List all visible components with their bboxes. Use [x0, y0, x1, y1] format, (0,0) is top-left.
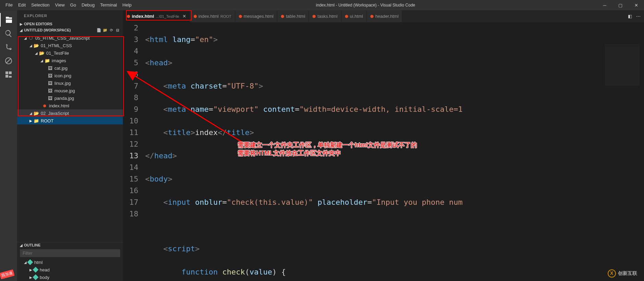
explorer-icon[interactable] — [0, 13, 17, 27]
tree-folder-label: ROOT — [41, 118, 54, 123]
menu-debug[interactable]: Debug — [79, 0, 97, 10]
chevron-right-icon: ▶ — [20, 22, 23, 26]
tab-path: ...\01_TestFile — [156, 14, 179, 18]
more-icon[interactable]: ⋯ — [636, 14, 641, 19]
outline-filter-input[interactable] — [20, 249, 120, 257]
outline-item-html[interactable]: ◢html — [17, 258, 123, 266]
tree-file[interactable]: 🖼panda.jpg — [17, 94, 123, 102]
watermark-icon — [608, 269, 616, 278]
tree-folder-htmlcss[interactable]: ◢📂01_HTML_CSS — [17, 42, 123, 49]
refresh-icon[interactable]: ⟳ — [109, 27, 114, 33]
html5-icon: ⬢ — [312, 14, 316, 19]
html5-icon: ⬢ — [239, 14, 242, 19]
open-editors-label: OPEN EDITORS — [24, 22, 120, 26]
tab-path: ROOT — [220, 14, 231, 18]
source-control-icon[interactable] — [0, 40, 17, 54]
code-content[interactable]: <html lang="en"> <head> <meta charset="U… — [145, 22, 644, 281]
tree-folder-root[interactable]: ▶📁ROOT — [17, 117, 123, 124]
tab-label: table.html — [286, 14, 305, 19]
file-tree: ◢05_HTML_CSS_JavaScript ◢📂01_HTML_CSS ◢📂… — [17, 34, 123, 125]
open-editors-header[interactable]: ▶ OPEN EDITORS — [17, 21, 123, 27]
menu-bar: File Edit Selection View Go Debug Termin… — [0, 0, 134, 10]
outline-filter — [20, 249, 120, 257]
search-icon[interactable] — [0, 27, 17, 40]
outline-item-label: head — [40, 267, 50, 272]
chevron-down-icon: ◢ — [20, 243, 23, 247]
outline-header[interactable]: ◢ OUTLINE — [17, 242, 123, 248]
tree-file-label: mouse.jpg — [54, 88, 75, 93]
tab-messages[interactable]: ⬢messages.html — [235, 10, 277, 22]
tree-root-label: 05_HTML_CSS_JavaScript — [35, 36, 90, 41]
maximize-button[interactable]: ▢ — [613, 0, 628, 10]
sidebar-title: EXPLORER — [17, 10, 123, 21]
window-title: index.html - Untitled (Workspace) - Visu… — [134, 3, 597, 8]
new-folder-icon[interactable]: 📁 — [102, 27, 108, 33]
tab-label: ui.html — [350, 14, 363, 19]
collapse-icon[interactable]: ⊟ — [115, 27, 120, 33]
tree-file[interactable]: 🖼cat.jpg — [17, 64, 123, 72]
tree-file[interactable]: 🖼linux.jpg — [17, 79, 123, 87]
tab-label: index.html — [199, 14, 219, 19]
outline-item-head[interactable]: ▶head — [17, 266, 123, 273]
tree-folder-images[interactable]: ◢📁images — [17, 57, 123, 64]
tree-file[interactable]: 🖼icon.png — [17, 72, 123, 79]
outline-item-label: html — [34, 260, 43, 265]
menu-help[interactable]: Help — [120, 0, 135, 10]
tree-file-label: panda.jpg — [54, 96, 74, 101]
new-file-icon[interactable]: 📄 — [96, 27, 102, 33]
split-editor-icon[interactable]: ◧ — [628, 14, 632, 19]
tab-index-root[interactable]: ⬢index.html ROOT — [190, 10, 235, 22]
html5-icon: ⬢ — [370, 14, 374, 19]
tree-file-index[interactable]: ⬢index.html — [17, 102, 123, 109]
tree-file[interactable]: 🖼mouse.jpg — [17, 87, 123, 94]
html5-icon: ⬢ — [193, 14, 197, 19]
activity-bar — [0, 10, 17, 281]
minimap[interactable] — [605, 44, 639, 85]
tree-folder-label: 01_HTML_CSS — [41, 43, 72, 48]
tree-file-label: index.html — [49, 103, 69, 108]
menu-terminal[interactable]: Terminal — [97, 0, 119, 10]
tree-folder-label: 02_JavaScript — [41, 111, 69, 116]
tab-table[interactable]: ⬢table.html — [277, 10, 309, 22]
menu-file[interactable]: File — [3, 0, 15, 10]
tree-folder-js[interactable]: ◢📂02_JavaScript — [17, 109, 123, 117]
tree-folder-testfile[interactable]: ◢📂01_TestFile — [17, 49, 123, 57]
debug-icon[interactable] — [0, 54, 17, 68]
tabs-actions: ◧ ⋯ — [624, 10, 644, 22]
tag-icon — [33, 267, 39, 273]
workspace-header[interactable]: ◢ UNTITLED (WORKSPACE) 📄 📁 ⟳ ⊟ — [17, 27, 123, 34]
window-controls: ─ ▢ ✕ — [597, 0, 644, 10]
tab-ui[interactable]: ⬢ui.html — [341, 10, 367, 22]
menu-go[interactable]: Go — [67, 0, 79, 10]
tab-header[interactable]: ⬢header.html — [367, 10, 402, 22]
tab-index-testfile[interactable]: ⬢index.html ...\01_TestFile✕ — [123, 10, 190, 22]
html5-icon: ⬢ — [127, 14, 130, 19]
editor-tabs: ⬢index.html ...\01_TestFile✕ ⬢index.html… — [123, 10, 644, 22]
menu-edit[interactable]: Edit — [15, 0, 28, 10]
watermark-text: 创新互联 — [618, 270, 637, 277]
tab-tasks[interactable]: ⬢tasks.html — [309, 10, 341, 22]
workspace-actions: 📄 📁 ⟳ ⊟ — [96, 27, 120, 33]
outline-item-body[interactable]: ▶body — [17, 273, 123, 281]
watermark: 创新互联 — [608, 269, 637, 278]
line-numbers: 23456789101112131415161718 — [123, 22, 145, 281]
tree-file-label: linux.jpg — [54, 81, 71, 86]
code-editor[interactable]: 23456789101112131415161718 <html lang="e… — [123, 22, 644, 281]
tab-label: header.html — [375, 14, 399, 19]
tree-file-label: cat.jpg — [54, 66, 67, 71]
tree-root[interactable]: ◢05_HTML_CSS_JavaScript — [17, 34, 123, 42]
sidebar: EXPLORER ▶ OPEN EDITORS ◢ UNTITLED (WORK… — [17, 10, 123, 281]
editor-area: ⬢index.html ...\01_TestFile✕ ⬢index.html… — [123, 10, 644, 281]
tab-label: tasks.html — [317, 14, 338, 19]
menu-selection[interactable]: Selection — [28, 0, 52, 10]
close-icon[interactable]: ✕ — [182, 14, 186, 19]
outline-item-label: body — [40, 275, 49, 280]
html5-icon: ⬢ — [345, 14, 348, 19]
minimize-button[interactable]: ─ — [597, 0, 613, 10]
workspace-label: UNTITLED (WORKSPACE) — [24, 28, 96, 32]
tree-folder-label: 01_TestFile — [46, 51, 69, 56]
menu-view[interactable]: View — [52, 0, 67, 10]
extensions-icon[interactable] — [0, 68, 17, 81]
close-button[interactable]: ✕ — [628, 0, 644, 10]
tree-file-label: icon.png — [54, 73, 71, 78]
